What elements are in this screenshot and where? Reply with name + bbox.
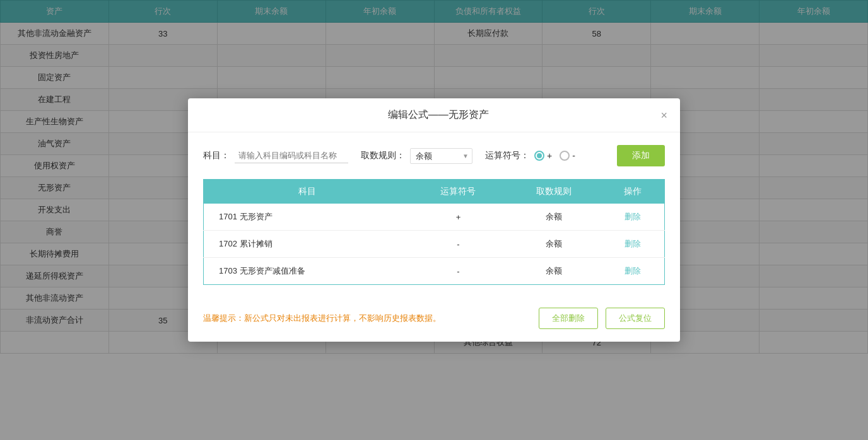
subject-label: 科目： [203,150,230,161]
formula-table-header: 操作 [602,180,665,204]
cell-subject: 1703 无形资产减值准备 [204,258,411,285]
delete-row-button[interactable]: 删除 [625,266,641,275]
subject-input[interactable] [235,148,348,163]
operator-group: 运算符号： + - [485,150,575,161]
cell-subject: 1701 无形资产 [204,204,411,231]
operator-label: 运算符号： [485,150,529,161]
formula-table-header: 运算符号 [411,180,507,204]
rule-group: 取数规则： 余额借方发生额贷方发生额 [361,148,472,164]
modal-title: 编辑公式——无形资产 [216,108,660,122]
operator-plus-radio[interactable]: + [534,151,552,161]
tip-content: 新公式只对未出报表进行计算，不影响历史报表数据。 [244,313,441,323]
operator-radio-group: + - [534,151,575,161]
delete-all-button[interactable]: 全部删除 [539,308,598,329]
table-row: 1701 无形资产+余额删除 [204,204,665,231]
cell-action: 删除 [602,204,665,231]
modal-body: 科目： 取数规则： 余额借方发生额贷方发生额 运算符号： [188,132,680,298]
modal-overlay: 编辑公式——无形资产 × 科目： 取数规则： 余额借方发生额贷方发生额 [0,0,868,440]
radio-plus-circle [534,151,544,161]
form-row: 科目： 取数规则： 余额借方发生额贷方发生额 运算符号： [203,145,665,166]
subject-group: 科目： [203,148,348,163]
rule-select[interactable]: 余额借方发生额贷方发生额 [410,148,472,164]
cell-operator: - [411,258,507,285]
rule-select-wrap: 余额借方发生额贷方发生额 [410,148,472,164]
operator-minus-label: - [572,151,575,161]
delete-row-button[interactable]: 删除 [625,239,641,248]
cell-action: 删除 [602,231,665,258]
table-body: 1701 无形资产+余额删除1702 累计摊销-余额删除1703 无形资产减值准… [204,204,665,285]
formula-table-header: 科目 [204,180,411,204]
radio-minus-circle [560,151,570,161]
edit-formula-modal: 编辑公式——无形资产 × 科目： 取数规则： 余额借方发生额贷方发生额 [188,98,680,342]
cell-action: 删除 [602,258,665,285]
modal-header: 编辑公式——无形资产 × [188,98,680,132]
cell-rule: 余额 [506,231,602,258]
cell-rule: 余额 [506,258,602,285]
operator-minus-radio[interactable]: - [560,151,575,161]
cell-operator: + [411,204,507,231]
modal-footer: 温馨提示：新公式只对未出报表进行计算，不影响历史报表数据。 全部删除 公式复位 [188,298,680,342]
table-row: 1703 无形资产减值准备-余额删除 [204,258,665,285]
table-header: 科目运算符号取数规则操作 [204,180,665,204]
tip-prefix: 温馨提示： [203,313,244,323]
footer-tip: 温馨提示：新公式只对未出报表进行计算，不影响历史报表数据。 [203,313,441,324]
add-button[interactable]: 添加 [617,145,665,166]
formula-table-header: 取数规则 [506,180,602,204]
reset-formula-button[interactable]: 公式复位 [606,308,665,329]
operator-plus-label: + [547,151,552,161]
close-button[interactable]: × [660,110,667,121]
cell-subject: 1702 累计摊销 [204,231,411,258]
table-row: 1702 累计摊销-余额删除 [204,231,665,258]
formula-table: 科目运算符号取数规则操作 1701 无形资产+余额删除1702 累计摊销-余额删… [203,179,665,285]
rule-label: 取数规则： [361,150,405,161]
cell-operator: - [411,231,507,258]
delete-row-button[interactable]: 删除 [625,212,641,221]
cell-rule: 余额 [506,204,602,231]
footer-buttons: 全部删除 公式复位 [539,308,665,329]
